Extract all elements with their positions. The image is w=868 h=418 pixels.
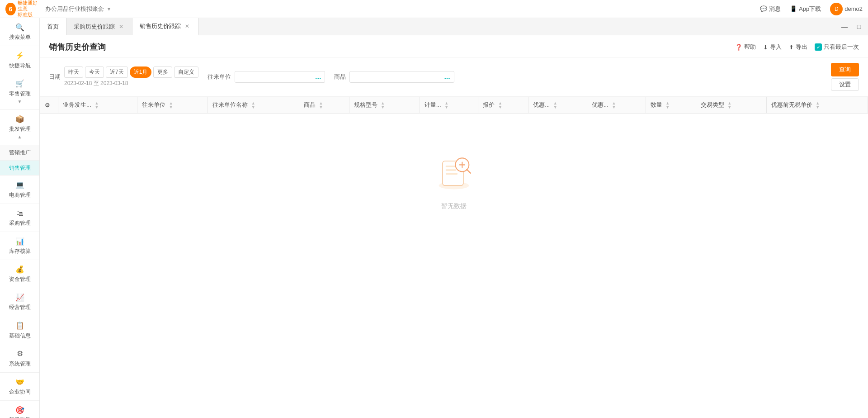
settings-button[interactable]: 设置 xyxy=(831,78,859,91)
counterparty-picker-button[interactable]: ... xyxy=(315,73,321,81)
tab-purchase-history[interactable]: 采购历史价跟踪 ✕ xyxy=(66,18,132,35)
newbie-icon: 🎯 xyxy=(15,405,24,415)
chevron-up-icon: ▲ xyxy=(18,134,22,140)
dropdown-chevron-icon[interactable]: ▾ xyxy=(108,6,110,12)
sidebar-item-search[interactable]: 🔍 搜索菜单 xyxy=(0,18,39,46)
purchase-icon: 🛍 xyxy=(16,209,24,218)
col-business-date: 业务发生... ▲▼ xyxy=(58,97,137,114)
wholesale-icon: 📦 xyxy=(15,114,24,124)
sort-arrows-counterparty-name[interactable]: ▲▼ xyxy=(251,101,255,109)
sort-arrows-quote[interactable]: ▲▼ xyxy=(498,101,502,109)
content-area: 首页 采购历史价跟踪 ✕ 销售历史价跟踪 ✕ — □ 销售历史价查询 xyxy=(40,18,868,418)
sidebar-item-basic[interactable]: 📋 基础信息 xyxy=(0,316,39,344)
checkbox-checked-icon: ✓ xyxy=(815,43,822,51)
only-last-checkbox[interactable]: ✓ 只看最后一次 xyxy=(815,43,859,51)
tab-close-purchase[interactable]: ✕ xyxy=(118,23,125,30)
logo-icon: 6 xyxy=(5,3,16,15)
date-btn-yesterday[interactable]: 昨天 xyxy=(64,66,83,78)
logo-text: 畅捷通好生意 标准版 xyxy=(18,0,42,18)
date-filter-group: 日期 昨天 今天 近7天 近1月 更多 自定义 2023-02-18 至 202… xyxy=(49,66,198,87)
filter-area: 日期 昨天 今天 近7天 近1月 更多 自定义 2023-02-18 至 202… xyxy=(40,57,868,97)
col-unit: 计量... ▲▼ xyxy=(420,97,478,114)
inventory-icon: 📊 xyxy=(15,237,24,247)
table-header: ⚙ 业务发生... ▲▼ 往来单位 ▲▼ 往来单位名称 xyxy=(40,97,868,114)
col-discount2: 优惠... ▲▼ xyxy=(587,97,646,114)
date-btn-custom[interactable]: 自定义 xyxy=(174,66,198,78)
export-icon: ⬆ xyxy=(789,44,794,51)
query-button[interactable]: 查询 xyxy=(831,63,859,76)
finance-icon: 💰 xyxy=(15,265,24,275)
counterparty-input[interactable] xyxy=(239,74,315,81)
svg-rect-3 xyxy=(446,169,456,171)
tab-maximize-button[interactable]: □ xyxy=(854,21,864,32)
app-download-button[interactable]: 📱 App下载 xyxy=(790,5,821,13)
message-icon: 💬 xyxy=(760,5,767,12)
sort-arrows-spec[interactable]: ▲▼ xyxy=(381,101,385,109)
sidebar-item-wholesale[interactable]: 📦 批发管理 ▲ xyxy=(0,110,39,145)
sidebar-item-inventory[interactable]: 📊 库存核算 xyxy=(0,232,39,260)
sort-arrows-product[interactable]: ▲▼ xyxy=(319,101,323,109)
sidebar-item-finance[interactable]: 💰 资金管理 xyxy=(0,260,39,288)
sidebar-item-enterprise[interactable]: 🤝 企业协同 xyxy=(0,373,39,401)
table-settings-col[interactable]: ⚙ xyxy=(40,97,58,114)
date-btn-today[interactable]: 今天 xyxy=(85,66,104,78)
col-quote: 报价 ▲▼ xyxy=(478,97,528,114)
enterprise-icon: 🤝 xyxy=(15,377,24,387)
filter-action-buttons: 查询 设置 xyxy=(831,63,859,91)
sidebar-item-operations[interactable]: 📈 经营管理 xyxy=(0,288,39,316)
svg-line-8 xyxy=(467,169,470,173)
sort-arrows-trade-type[interactable]: ▲▼ xyxy=(727,101,731,109)
export-button[interactable]: ⬆ 导出 xyxy=(789,43,807,51)
top-bar: 6 畅捷通好生意 标准版 办公用品行业模拟账套 ▾ 💬 消息 📱 App下载 D… xyxy=(0,0,868,18)
product-input[interactable] xyxy=(354,74,444,81)
sidebar-item-newbie[interactable]: 🎯 新手引导 xyxy=(0,401,39,418)
table-settings-icon[interactable]: ⚙ xyxy=(45,102,50,109)
message-button[interactable]: 💬 消息 xyxy=(760,5,781,13)
sidebar-item-sales[interactable]: 销售管理 xyxy=(0,161,39,176)
sort-arrows-counterparty-code[interactable]: ▲▼ xyxy=(169,101,173,109)
sidebar: 🔍 搜索菜单 ⚡ 快捷导航 🛒 零售管理 ▼ 📦 批发管理 ▲ 营销推广 销售管… xyxy=(0,18,40,418)
col-counterparty-name: 往来单位名称 ▲▼ xyxy=(208,97,299,114)
app-download-icon: 📱 xyxy=(790,5,797,12)
system-icon: ⚙ xyxy=(17,349,23,359)
tab-minimize-button[interactable]: — xyxy=(839,21,850,32)
tab-home[interactable]: 首页 xyxy=(40,18,66,35)
chevron-down-icon: ▼ xyxy=(18,99,22,105)
sort-arrows-unit[interactable]: ▲▼ xyxy=(444,101,448,109)
counterparty-filter-group: 往来单位 ... xyxy=(208,71,325,83)
page-content: 销售历史价查询 ❓ 帮助 ⬇ 导入 ⬆ 导出 ✓ xyxy=(40,35,868,418)
tabs-actions: — □ xyxy=(839,21,868,32)
sidebar-item-marketing[interactable]: 营销推广 xyxy=(0,145,39,161)
sidebar-item-retail[interactable]: 🛒 零售管理 ▼ xyxy=(0,74,39,109)
product-filter-group: 商品 ... xyxy=(334,71,454,83)
basic-icon: 📋 xyxy=(15,321,24,331)
sort-arrows-discount1[interactable]: ▲▼ xyxy=(553,101,557,109)
product-picker-button[interactable]: ... xyxy=(444,73,450,81)
user-menu-button[interactable]: D demo2 xyxy=(830,3,863,15)
sort-arrows-pretax-price[interactable]: ▲▼ xyxy=(816,101,820,109)
import-button[interactable]: ⬇ 导入 xyxy=(763,43,782,51)
sort-arrows-quantity[interactable]: ▲▼ xyxy=(665,101,670,109)
col-product: 商品 ▲▼ xyxy=(299,97,349,114)
sort-arrows-discount2[interactable]: ▲▼ xyxy=(612,101,616,109)
col-counterparty-code: 往来单位 ▲▼ xyxy=(137,97,208,114)
tab-sales-history[interactable]: 销售历史价跟踪 ✕ xyxy=(132,18,198,35)
sidebar-item-purchase[interactable]: 🛍 采购管理 xyxy=(0,204,39,232)
sort-arrows-business-date[interactable]: ▲▼ xyxy=(94,101,99,109)
search-icon: 🔍 xyxy=(15,23,24,33)
sidebar-item-ecommerce[interactable]: 💻 电商管理 xyxy=(0,176,39,204)
date-btn-7days[interactable]: 近7天 xyxy=(106,66,128,78)
tab-close-sales[interactable]: ✕ xyxy=(184,23,191,30)
empty-state: 暂无数据 xyxy=(40,114,868,247)
sidebar-item-system[interactable]: ⚙ 系统管理 xyxy=(0,344,39,372)
date-btn-more[interactable]: 更多 xyxy=(153,66,172,78)
date-btn-1month[interactable]: 近1月 xyxy=(130,66,152,78)
date-buttons: 昨天 今天 近7天 近1月 更多 自定义 xyxy=(64,66,198,78)
help-button[interactable]: ❓ 帮助 xyxy=(735,43,756,51)
data-table: ⚙ 业务发生... ▲▼ 往来单位 ▲▼ 往来单位名称 xyxy=(40,97,868,114)
col-pretax-price: 优惠前无税单价 ▲▼ xyxy=(766,97,868,114)
sidebar-item-shortcut[interactable]: ⚡ 快捷导航 xyxy=(0,46,39,74)
product-input-wrap: ... xyxy=(349,71,454,83)
main-layout: 🔍 搜索菜单 ⚡ 快捷导航 🛒 零售管理 ▼ 📦 批发管理 ▲ 营销推广 销售管… xyxy=(0,18,868,418)
retail-icon: 🛒 xyxy=(15,79,24,89)
